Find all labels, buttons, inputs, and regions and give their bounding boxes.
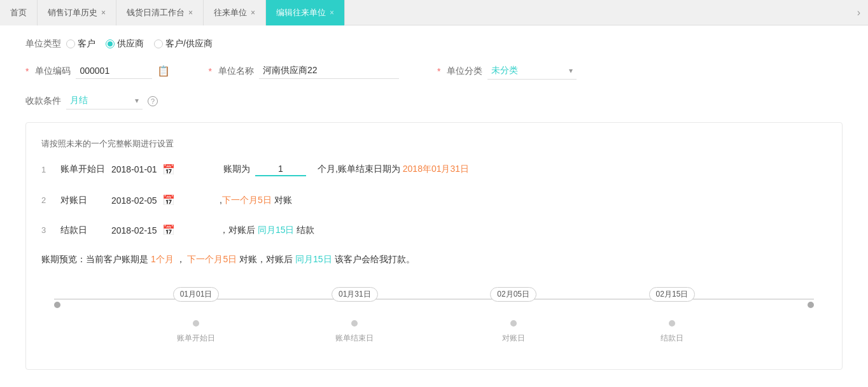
timeline-point-3: 02月05日 对账日 bbox=[490, 287, 536, 344]
timeline-label-2: 01月31日 bbox=[332, 287, 378, 302]
unit-type-row: 单位类型 客户 供应商 客户/供应商 bbox=[25, 38, 843, 50]
payment-highlight: 同月15日 bbox=[258, 225, 295, 235]
date-value-3: 2018-02-15 bbox=[111, 225, 157, 236]
tab-partner-units[interactable]: 往来单位 × bbox=[204, 0, 266, 25]
unit-category-dropdown[interactable]: 未分类 ▾ bbox=[487, 62, 577, 80]
timeline-dot-3 bbox=[510, 320, 517, 327]
preview-mid2: 对账，对账后 bbox=[239, 254, 295, 264]
row-suffix-3: ，对账后 同月15日 结款 bbox=[220, 225, 314, 236]
payment-terms-dropdown[interactable]: 月结 ▾ bbox=[66, 92, 143, 109]
row-type-3: 结款日 bbox=[60, 225, 111, 236]
tab-bar: 首页 销售订单历史 × 钱货日清工作台 × 往来单位 × 编辑往来单位 × › bbox=[0, 0, 868, 25]
tab-sales-order-history[interactable]: 销售订单历史 × bbox=[38, 0, 116, 25]
unit-category-star: * bbox=[437, 66, 440, 76]
date-value-2: 2018-02-05 bbox=[111, 195, 157, 206]
radio-circle-supplier bbox=[106, 39, 115, 48]
payment-terms-value: 月结 bbox=[70, 95, 132, 106]
unit-code-label: 单位编码 bbox=[35, 66, 71, 77]
unit-name-label: 单位名称 bbox=[218, 66, 254, 77]
timeline-label-4: 02月15日 bbox=[649, 287, 696, 302]
setting-row-2: 2 对账日 2018-02-05 📅 ,下一个月5日 对账 bbox=[41, 194, 827, 206]
unit-category-label: 单位分类 bbox=[447, 66, 482, 77]
unit-code-star: * bbox=[25, 66, 29, 76]
tab-home-label: 首页 bbox=[10, 7, 27, 18]
timeline: 01月01日 账单开始日 01月31日 账单结束日 02月05日 对账日 bbox=[41, 281, 827, 350]
radio-both[interactable]: 客户/供应商 bbox=[154, 38, 213, 50]
preview-payment-date: 同月15日 bbox=[295, 254, 332, 264]
radio-customer[interactable]: 客户 bbox=[66, 38, 95, 50]
payment-terms-field: 收款条件 月结 ▾ ? bbox=[25, 92, 158, 109]
radio-dot-supplier bbox=[108, 41, 113, 46]
preview-recon-date: 下一个月5日 bbox=[187, 254, 237, 264]
setting-row-3: 3 结款日 2018-02-15 📅 ，对账后 同月15日 结款 bbox=[41, 224, 827, 236]
unit-code-icon[interactable]: 📋 bbox=[157, 65, 170, 77]
cal-icon-1[interactable]: 📅 bbox=[162, 164, 175, 176]
timeline-dot-4 bbox=[669, 320, 675, 327]
unit-name-input[interactable] bbox=[259, 63, 399, 79]
payment-terms-label: 收款条件 bbox=[25, 95, 61, 107]
timeline-sub-4: 结款日 bbox=[661, 333, 683, 344]
tab-cash-ledger[interactable]: 钱货日清工作台 × bbox=[116, 0, 204, 25]
close-icon-cash[interactable]: × bbox=[188, 8, 193, 17]
tab-edit-partner[interactable]: 编辑往来单位 × bbox=[266, 0, 345, 25]
row-suffix-after-input-1: 个月,账单结束日期为 2018年01月31日 bbox=[318, 164, 469, 175]
payment-terms-row: 收款条件 月结 ▾ ? bbox=[25, 92, 843, 109]
timeline-label-1: 01月01日 bbox=[173, 287, 220, 302]
preview-mid1: ， bbox=[176, 254, 185, 264]
unit-name-field: * 单位名称 bbox=[208, 63, 398, 79]
radio-label-both: 客户/供应商 bbox=[165, 38, 213, 50]
period-input-1[interactable] bbox=[255, 162, 306, 176]
row-num-3: 3 bbox=[41, 225, 60, 235]
setting-row-1: 1 账单开始日 2018-01-01 📅 账期为 个月,账单结束日期为 2018… bbox=[41, 162, 827, 176]
timeline-right-dot bbox=[808, 302, 814, 308]
row-num-2: 2 bbox=[41, 195, 60, 205]
tab-scroll-arrow[interactable]: › bbox=[850, 0, 868, 25]
cal-icon-2[interactable]: 📅 bbox=[162, 194, 175, 206]
preview-label: 账期预览：当前客户账期是 bbox=[41, 254, 151, 264]
timeline-sub-2: 账单结束日 bbox=[335, 333, 374, 344]
payment-terms-arrow-icon: ▾ bbox=[135, 96, 139, 105]
recon-highlight: 下一个月5日 bbox=[222, 195, 272, 205]
timeline-dot-2 bbox=[351, 320, 358, 327]
unit-code-input[interactable] bbox=[76, 63, 152, 79]
settings-section: 请按照未来的一个完整帐期进行设置 1 账单开始日 2018-01-01 📅 账期… bbox=[25, 122, 843, 370]
preview-suffix: 该客户会给我打款。 bbox=[335, 254, 415, 264]
cal-icon-3[interactable]: 📅 bbox=[162, 224, 175, 236]
unit-name-star: * bbox=[208, 66, 211, 76]
main-content: 单位类型 客户 供应商 客户/供应商 bbox=[0, 25, 868, 387]
close-icon-partner[interactable]: × bbox=[251, 8, 255, 17]
timeline-point-2: 01月31日 账单结束日 bbox=[332, 287, 378, 344]
date-wrap-3: 2018-02-15 📅 bbox=[111, 224, 213, 236]
radio-circle-customer bbox=[66, 39, 75, 48]
timeline-sub-3: 对账日 bbox=[502, 333, 525, 344]
unit-code-field: * 单位编码 📋 bbox=[25, 63, 170, 79]
close-icon-sales[interactable]: × bbox=[101, 8, 106, 17]
unit-category-value: 未分类 bbox=[491, 65, 566, 76]
timeline-label-3: 02月05日 bbox=[490, 287, 536, 302]
radio-group-unit-type: 客户 供应商 客户/供应商 bbox=[66, 38, 213, 50]
close-icon-edit[interactable]: × bbox=[330, 8, 334, 17]
end-date-highlight: 2018年01月31日 bbox=[403, 164, 469, 174]
tab-cash-ledger-label: 钱货日清工作台 bbox=[127, 7, 185, 18]
row-type-2: 对账日 bbox=[60, 195, 111, 206]
row-type-1: 账单开始日 bbox=[60, 164, 111, 175]
timeline-point-1: 01月01日 账单开始日 bbox=[173, 287, 220, 344]
row-suffix-2: ,下一个月5日 对账 bbox=[220, 195, 292, 206]
unit-type-label: 单位类型 bbox=[25, 38, 61, 50]
unit-category-field: * 单位分类 未分类 ▾ bbox=[437, 62, 577, 80]
tab-partner-units-label: 往来单位 bbox=[214, 7, 247, 18]
section-title: 请按照未来的一个完整帐期进行设置 bbox=[41, 138, 827, 150]
preview-period: 1个月 bbox=[151, 254, 174, 264]
timeline-point-4: 02月15日 结款日 bbox=[649, 287, 696, 344]
payment-terms-help-icon[interactable]: ? bbox=[148, 96, 158, 106]
unit-info-row: * 单位编码 📋 * 单位名称 * 单位分类 未分类 ▾ bbox=[25, 62, 843, 80]
tab-home[interactable]: 首页 bbox=[0, 0, 38, 25]
timeline-points: 01月01日 账单开始日 01月31日 账单结束日 02月05日 对账日 bbox=[54, 287, 814, 344]
date-wrap-1: 2018-01-01 📅 bbox=[111, 164, 213, 176]
preview-text: 账期预览：当前客户账期是 1个月 ， 下一个月5日 对账，对账后 同月15日 该… bbox=[41, 254, 827, 265]
radio-label-supplier: 供应商 bbox=[117, 38, 144, 50]
date-wrap-2: 2018-02-05 📅 bbox=[111, 194, 213, 206]
unit-category-arrow-icon: ▾ bbox=[569, 66, 573, 75]
radio-supplier[interactable]: 供应商 bbox=[106, 38, 144, 50]
row-num-1: 1 bbox=[41, 165, 60, 174]
